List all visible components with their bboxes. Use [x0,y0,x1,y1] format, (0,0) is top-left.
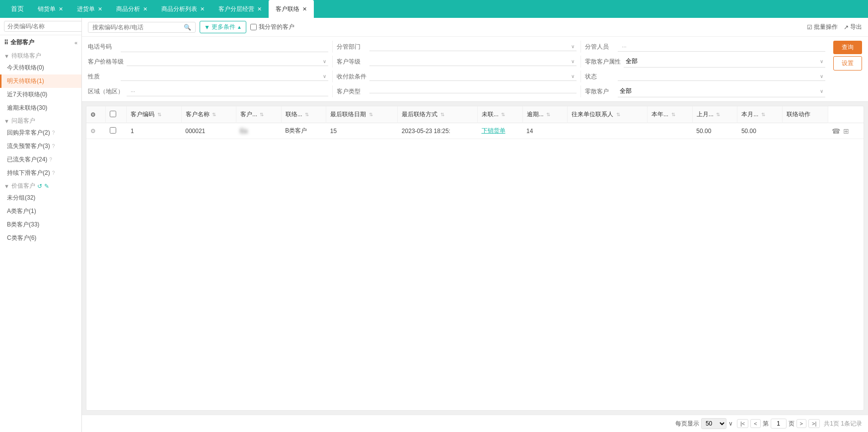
sidebar-item-today-contact[interactable]: 今天待联络(0) [0,61,81,74]
filter-price-select[interactable]: ∨ [127,57,328,66]
nav-product-analysis-list[interactable]: 商品分析列表 ✕ [154,0,212,18]
row-type: B类客户 [281,123,326,139]
row-code: 000021 [181,123,236,139]
col-contacts: 联络... ⇅ [281,106,326,123]
row-last-contact-date: 2023-05-23 18:25: [398,123,478,139]
sort-icon: ⇅ [369,112,373,117]
search-input[interactable] [92,24,182,31]
nav-home[interactable]: 首页 [4,0,31,18]
export-button[interactable]: ↗ 导出 [844,23,862,31]
filter-payment-select[interactable]: ∨ [369,72,577,81]
nav-product-analysis[interactable]: 商品分析 ✕ [109,0,154,18]
row-checkbox[interactable] [110,127,116,134]
close-icon[interactable]: ✕ [143,6,147,12]
sidebar-group-value: ▼ 价值客户 ↺ ✎ [0,180,81,191]
filter-dept-label: 分管部门 [337,43,366,51]
filter-person-select[interactable]: ··· [618,42,825,52]
sidebar-item-overdue-contact[interactable]: 逾期未联络(30) [0,101,81,115]
export-icon: ↗ [844,24,849,31]
sidebar-item-churned[interactable]: 已流失客户(24) ? [0,153,81,166]
row-gear-cell: ⚙ [86,123,106,139]
more-action-icon[interactable]: ⊞ [843,127,849,135]
col-unit-contact: 往来单位联系人 ⇅ [568,106,648,123]
search-icon[interactable]: 🔍 [184,24,191,31]
filter-retail-attr-label: 零散客户属性 [585,58,621,66]
page-size-select[interactable]: 50 100 200 [701,418,726,429]
filter-region-select[interactable]: ··· [127,87,328,96]
next-page-button[interactable]: > [796,419,806,428]
col-code: 客户编码 ⇅ [127,106,181,123]
divider [332,71,333,82]
filter-nature: 性质 ∨ [88,72,328,81]
filter-status: 状态 ∨ [585,72,825,81]
first-page-button[interactable]: |< [737,419,748,428]
divider [332,41,333,53]
refresh-icon[interactable]: ↺ [37,183,42,190]
filter-dept-select[interactable]: ∨ [369,42,577,51]
filter-customer-type-select[interactable] [369,90,577,93]
my-customers-checkbox-area: 我分管的客户 [250,23,294,31]
sidebar-item-class-a[interactable]: A类客户(1) [0,205,81,218]
row-gear-icon[interactable]: ⚙ [90,128,96,135]
edit-icon[interactable]: ✎ [44,183,49,190]
settings-button[interactable]: 设置 [833,56,862,71]
nav-purchase-order[interactable]: 进货单 ✕ [70,0,109,18]
more-filter-button[interactable]: ▼ 更多条件 ▲ [200,21,246,33]
sidebar-item-7days-contact[interactable]: 近7天待联络(0) [0,88,81,101]
sidebar-search-input[interactable] [4,21,82,32]
sidebar-item-tomorrow-contact[interactable]: 明天待联络(1) [0,74,81,88]
prev-page-button[interactable]: < [750,419,760,428]
more-icon[interactable]: ··· [622,44,626,50]
checkbox-icon: ☑ [807,24,812,31]
close-icon[interactable]: ✕ [200,6,205,12]
row-overdue [568,123,648,139]
sidebar-item-class-b[interactable]: B类客户(33) [0,218,81,231]
row-unit-contact [648,123,693,139]
page-number-input[interactable] [771,419,787,429]
last-page-button[interactable]: >| [808,419,820,428]
nav-sales-order[interactable]: 销货单 ✕ [31,0,70,18]
divider [580,71,581,82]
filter-retail-select[interactable]: 全部 ∨ [618,85,825,97]
row-last-month: 50.00 [737,123,783,139]
filter-customer-level-select[interactable]: ∨ [369,57,577,66]
filter-status-select[interactable]: ∨ [618,72,825,81]
chevron-down-icon: ∨ [571,73,575,79]
sidebar-item-ungrouped[interactable]: 未分组(32) [0,191,81,205]
close-icon[interactable]: ✕ [302,6,307,12]
close-icon[interactable]: ✕ [59,6,63,12]
more-icon[interactable]: ··· [131,88,135,94]
pagination-nav: |< < 第 页 > >| [737,419,820,429]
my-customers-checkbox[interactable] [250,24,257,30]
close-icon[interactable]: ✕ [98,6,102,12]
sidebar-group-pending: ▼ 待联络客户 [0,50,81,61]
sidebar-item-churn-warning[interactable]: 流失预警客户(3) ? [0,140,81,153]
sort-icon: ⇅ [716,112,720,117]
filter-retail-customer: 零散客户 全部 ∨ [585,85,825,97]
filter-retail-attr-select[interactable]: 全部 ∨ [624,56,825,68]
filter-phone-input[interactable] [121,42,328,52]
sidebar-item-declining[interactable]: 持续下滑客户(2) ? [0,166,81,180]
col-this-month: 本月... ⇅ [737,106,783,123]
sort-icon: ⇅ [546,112,550,117]
collapse-icon: « [74,40,77,46]
sidebar-all-customers[interactable]: ⠿ 全部客户 « [0,35,81,50]
contact-action-icon[interactable]: ☎ [832,127,840,135]
batch-operation-button[interactable]: ☑ 批量操作 [807,23,838,31]
row-contacts: 15 [326,123,398,139]
nav-customer-segmentation[interactable]: 客户分层经营 ✕ [212,0,269,18]
close-icon[interactable]: ✕ [257,6,262,12]
nav-customer-contact[interactable]: 客户联络 ✕ [269,0,314,18]
query-button[interactable]: 查询 [833,41,862,54]
col-actions: 联络动作 [783,106,828,123]
sidebar-item-class-c[interactable]: C类客户(6) [0,231,81,245]
col-this-year: 本年... ⇅ [648,106,693,123]
sidebar-item-repurchase-abnormal[interactable]: 回购异常客户(2) ? [0,126,81,140]
filter-price-level: 客户价格等级 ∨ [88,57,328,66]
help-icon: ? [49,157,52,162]
gear-icon[interactable]: ⚙ [90,111,96,118]
filter-nature-select[interactable]: ∨ [121,72,328,81]
filter-icon: ▼ [204,24,210,31]
select-all-checkbox[interactable] [110,111,116,117]
data-table-area: ⚙ 客户编码 ⇅ 客户名称 ⇅ 客户... ⇅ [86,106,864,411]
